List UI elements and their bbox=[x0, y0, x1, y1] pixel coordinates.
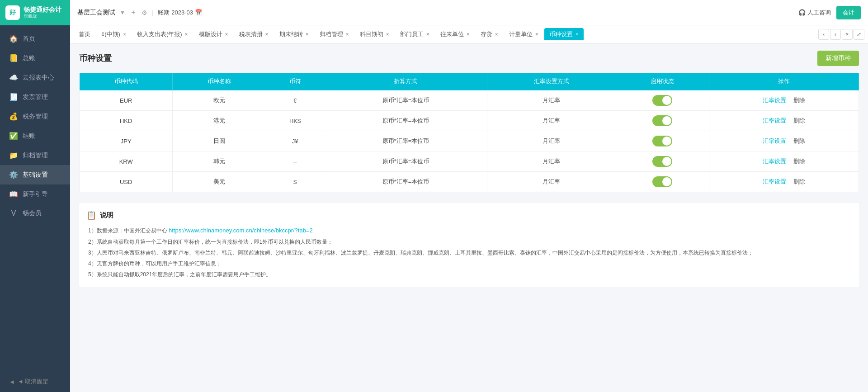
tab-[interactable]: 计量单位× bbox=[504, 28, 543, 40]
actions-cell: 汇率设置 删除 bbox=[709, 90, 859, 111]
tab-close-icon[interactable]: × bbox=[576, 31, 579, 38]
enable-toggle[interactable] bbox=[652, 95, 672, 106]
tab-close-icon[interactable]: × bbox=[426, 31, 429, 38]
sidebar-footer[interactable]: ◄ ◄ 取消固定 bbox=[0, 371, 70, 392]
nav-icon-reports: ☁️ bbox=[9, 73, 18, 82]
rate-setting-button[interactable]: 汇率设置 bbox=[763, 178, 786, 185]
tab-label: 收入支出表(年报) bbox=[137, 30, 182, 38]
rate-setting-button[interactable]: 汇率设置 bbox=[763, 97, 786, 104]
currency-code: EUR bbox=[80, 90, 173, 111]
tab-close-icon[interactable]: × bbox=[386, 31, 389, 38]
sidebar-item-ledger[interactable]: 📒总账 bbox=[0, 48, 70, 68]
sidebar-item-home[interactable]: 🏠首页 bbox=[0, 29, 70, 48]
nav-icon-settle: ✅ bbox=[9, 132, 18, 140]
tab-close-icon[interactable]: × bbox=[225, 31, 228, 38]
nav-icon-guide: 📖 bbox=[9, 190, 18, 198]
tab-close-icon[interactable]: × bbox=[265, 31, 269, 38]
currency-code: USD bbox=[80, 172, 173, 192]
tab-label: 期末结转 bbox=[279, 30, 303, 38]
tab-[interactable]: 期末结转× bbox=[274, 28, 314, 40]
tab-expand-button[interactable]: ⤢ bbox=[854, 29, 864, 40]
enable-toggle[interactable] bbox=[652, 136, 672, 146]
tab-[interactable]: 往来单位× bbox=[435, 28, 475, 40]
nav-label-archive: 归档管理 bbox=[23, 151, 48, 160]
nav-label-member: 畅会员 bbox=[23, 209, 42, 217]
sidebar-item-invoice[interactable]: 🧾发票管理 bbox=[0, 87, 70, 107]
tab-close-icon[interactable]: × bbox=[535, 31, 538, 38]
currency-symbol: -- bbox=[266, 151, 324, 172]
tab-close-icon[interactable]: × bbox=[467, 31, 470, 38]
tab-close-icon[interactable]: × bbox=[123, 31, 126, 38]
note-item: 5）系统只能自动抓取2021年度后的汇率，之前年度汇率需要用户手工维护。 bbox=[88, 269, 852, 280]
sidebar-logo: 好 畅捷通好会计 旗舰版 bbox=[0, 0, 70, 25]
content-area: 币种设置 新增币种 币种代码币种名称币符折算方式汇率设置方式启用状态操作 EUR… bbox=[70, 43, 868, 392]
sidebar-item-tax[interactable]: 💰税务管理 bbox=[0, 107, 70, 126]
tab-[interactable]: 归档管理× bbox=[315, 28, 354, 40]
rate-setting-button[interactable]: 汇率设置 bbox=[763, 158, 786, 165]
sidebar-item-reports[interactable]: ☁️云报表中心 bbox=[0, 68, 70, 87]
rate-setting-button[interactable]: 汇率设置 bbox=[763, 117, 786, 124]
tab-[interactable]: 税表清册× bbox=[234, 28, 274, 40]
rate-setting-button[interactable]: 汇率设置 bbox=[763, 137, 786, 144]
tab-close-icon[interactable]: × bbox=[185, 31, 188, 38]
note-icon: 📋 bbox=[86, 210, 96, 220]
col-header: 币种名称 bbox=[173, 73, 266, 90]
tab-label: 科目期初 bbox=[360, 30, 383, 38]
delete-button[interactable]: 删除 bbox=[793, 97, 805, 104]
topbar: 基层工会测试 ▼ ＋ ⚙ | 账期 2023-03 📅 🎧 人工咨询 会计 bbox=[70, 0, 868, 25]
nav-icon-tax: 💰 bbox=[9, 112, 18, 121]
tab-[interactable]: 币种设置× bbox=[544, 28, 584, 40]
support-button[interactable]: 🎧 人工咨询 bbox=[798, 9, 831, 17]
logo-sub: 旗舰版 bbox=[24, 13, 61, 19]
sidebar-item-guide[interactable]: 📖新手引导 bbox=[0, 184, 70, 204]
currency-table: 币种代码币种名称币符折算方式汇率设置方式启用状态操作 EUR 欧元 € 原币*汇… bbox=[79, 72, 859, 192]
sidebar-item-member[interactable]: V畅会员 bbox=[0, 204, 70, 223]
sidebar-item-settle[interactable]: ✅结账 bbox=[0, 126, 70, 146]
enable-toggle[interactable] bbox=[652, 115, 672, 126]
new-currency-button[interactable]: 新增币种 bbox=[817, 51, 859, 66]
nav-label-settle: 结账 bbox=[23, 132, 35, 140]
delete-button[interactable]: 删除 bbox=[793, 117, 805, 124]
tab-[interactable]: 收入支出表(年报)× bbox=[132, 28, 193, 40]
rate-type: 月汇率 bbox=[487, 151, 616, 172]
tab-[interactable]: 存货× bbox=[476, 28, 503, 40]
note-link[interactable]: https://www.chinamoney.com.cn/chinese/bk… bbox=[169, 227, 313, 234]
calendar-icon[interactable]: 📅 bbox=[195, 9, 202, 16]
tab-label: 部门员工 bbox=[400, 30, 424, 38]
note-item: 3）人民币对马来西亚林吉特、俄罗斯卢布、南非兰特、韩元、阿联酋迪拉姆、沙特里亚尔… bbox=[88, 247, 852, 258]
nav-label-basic: 基础设置 bbox=[23, 171, 48, 179]
currency-code: HKD bbox=[80, 111, 173, 131]
add-company-icon[interactable]: ＋ bbox=[130, 8, 137, 17]
delete-button[interactable]: 删除 bbox=[793, 137, 805, 144]
tab-label: 计量单位 bbox=[509, 30, 533, 38]
enable-toggle[interactable] bbox=[652, 176, 672, 187]
sidebar-item-basic[interactable]: ⚙️基础设置 bbox=[0, 165, 70, 184]
tab-[interactable]: 首页 bbox=[74, 28, 95, 40]
currency-code: KRW bbox=[80, 151, 173, 172]
pin-icon: ◄ bbox=[9, 378, 15, 385]
settings-icon[interactable]: ⚙ bbox=[142, 9, 147, 16]
tab-[interactable]: ¢(中期)× bbox=[96, 28, 131, 40]
company-name: 基层工会测试 bbox=[77, 9, 115, 17]
tab-close-icon[interactable]: × bbox=[306, 31, 309, 38]
accounting-button[interactable]: 会计 bbox=[836, 6, 861, 19]
tab-prev-button[interactable]: ‹ bbox=[818, 29, 829, 40]
tab-close-all-button[interactable]: × bbox=[842, 29, 853, 40]
tab-[interactable]: 模版设计× bbox=[194, 28, 233, 40]
tab-[interactable]: 科目期初× bbox=[355, 28, 394, 40]
col-header: 操作 bbox=[709, 73, 859, 90]
currency-symbol: J¥ bbox=[266, 131, 324, 151]
enabled-status bbox=[616, 90, 709, 111]
tab-close-icon[interactable]: × bbox=[346, 31, 349, 38]
tab-next-button[interactable]: › bbox=[830, 29, 841, 40]
sidebar-item-archive[interactable]: 📁归档管理 bbox=[0, 146, 70, 165]
company-dropdown-icon[interactable]: ▼ bbox=[120, 9, 125, 16]
tab-close-icon[interactable]: × bbox=[495, 31, 498, 38]
delete-button[interactable]: 删除 bbox=[793, 178, 805, 185]
topbar-right: 🎧 人工咨询 会计 bbox=[798, 6, 861, 19]
delete-button[interactable]: 删除 bbox=[793, 158, 805, 165]
period-value: 2023-03 bbox=[171, 9, 193, 16]
actions-cell: 汇率设置 删除 bbox=[709, 172, 859, 192]
tab-[interactable]: 部门员工× bbox=[395, 28, 434, 40]
enable-toggle[interactable] bbox=[652, 156, 672, 167]
